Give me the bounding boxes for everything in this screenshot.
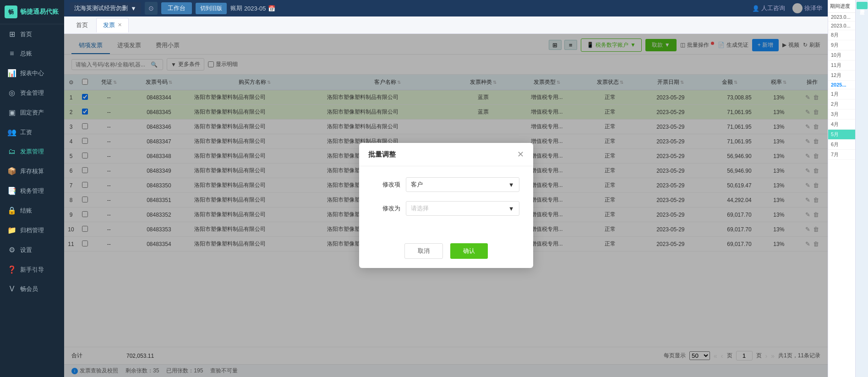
company-name: 沈海英测试经营勿删 xyxy=(74,4,128,12)
period-display: 账期 2023-05 📅 xyxy=(230,4,275,12)
sidebar-item-funds[interactable]: ◎ 资金管理 xyxy=(0,83,64,103)
switch-version-btn[interactable]: 切到旧版 xyxy=(196,3,227,14)
company-selector[interactable]: 沈海英测试经营勿删 ▼ xyxy=(70,2,141,14)
calendar-item-11m[interactable]: 11月 xyxy=(828,60,855,71)
sidebar-label-tax: 税务管理 xyxy=(20,187,44,195)
sidebar-item-settings[interactable]: ⚙ 设置 xyxy=(0,240,64,260)
support-icon: 👤 xyxy=(752,5,759,12)
sidebar-item-reports[interactable]: 📊 报表中心 xyxy=(0,63,64,83)
sidebar-label-payroll: 工资 xyxy=(20,128,32,137)
calendar-item-12m[interactable]: 12月 xyxy=(828,71,855,81)
user-avatar xyxy=(792,3,802,13)
tab-close-icon[interactable]: ✕ xyxy=(118,22,122,28)
calendar-item-4m[interactable]: 4月 xyxy=(828,120,855,130)
sidebar-label-close: 结账 xyxy=(20,207,32,215)
sidebar-label-member: 畅会员 xyxy=(20,285,38,293)
settings-icon: ⚙ xyxy=(7,246,16,254)
sidebar-label-assets: 固定资产 xyxy=(20,109,44,117)
modal-title: 批量调整 xyxy=(368,150,396,159)
sidebar-item-assets[interactable]: ▣ 固定资产 xyxy=(0,103,64,122)
close-period-icon: 🔒 xyxy=(7,206,16,215)
sidebar-label-home: 首页 xyxy=(20,30,32,38)
sidebar-item-guide[interactable]: ❓ 新手引导 xyxy=(0,260,64,279)
topbar-right: 👤 人工咨询 徐泽华 xyxy=(752,3,822,13)
sidebar-label-reports: 报表中心 xyxy=(20,69,44,77)
archive-icon: 📁 xyxy=(7,226,16,235)
sidebar-label-inventory: 库存核算 xyxy=(20,167,44,175)
calendar-item-7m[interactable]: 7月 xyxy=(828,150,855,160)
tab-home-label: 首页 xyxy=(76,21,88,29)
sidebar-item-archive[interactable]: 📁 归档管理 xyxy=(0,220,64,240)
sidebar-label-archive: 归档管理 xyxy=(20,226,44,235)
sidebar-item-payroll[interactable]: 👥 工资 xyxy=(0,122,64,142)
period-label: 账期 xyxy=(230,4,242,12)
calendar-item-5m[interactable]: 5月 xyxy=(828,130,855,140)
modal-value-label: 修改为 xyxy=(373,204,400,213)
sidebar-item-tax[interactable]: 📑 税务管理 xyxy=(0,181,64,201)
calendar-item-1[interactable]: 2023.0... xyxy=(828,22,855,30)
guide-icon: ❓ xyxy=(7,265,16,274)
calendar-header: 期间进度 xyxy=(828,0,855,13)
modal-field-label: 修改项 xyxy=(373,180,400,189)
period-icon: 📅 xyxy=(268,5,275,12)
batch-adjust-modal: 批量调整 ✕ 修改项 客户 ▼ 修改为 xyxy=(359,143,533,268)
ledger-icon: ≡ xyxy=(7,49,16,58)
modal-value-dropdown-icon: ▼ xyxy=(508,205,514,212)
tab-home[interactable]: 首页 xyxy=(70,18,94,32)
modal-value-select[interactable]: 请选择 ▼ xyxy=(406,201,519,216)
modal-value-placeholder: 请选择 xyxy=(411,204,429,213)
modal-field-row: 修改项 客户 ▼ xyxy=(373,177,519,192)
main-content: 沈海英测试经营勿删 ▼ ⊙ 工作台 切到旧版 账期 2023-05 📅 👤 人工… xyxy=(64,0,828,377)
calendar-panel: 期间进度 2023.0... 2023.0... 8月 9月 10月 11月 1… xyxy=(828,0,855,377)
inventory-icon: 📦 xyxy=(7,167,16,175)
reports-icon: 📊 xyxy=(7,69,16,77)
calendar-item-0[interactable]: 2023.0... xyxy=(828,13,855,22)
sidebar-item-invoices[interactable]: 🗂 发票管理 xyxy=(0,142,64,161)
calendar-item-1m[interactable]: 1月 xyxy=(828,89,855,99)
sidebar-item-home[interactable]: ⊞ 首页 xyxy=(0,24,64,44)
company-icon-btn[interactable]: ⊙ xyxy=(145,2,158,15)
modal-close-btn[interactable]: ✕ xyxy=(517,149,524,159)
sidebar-label-ledger: 总账 xyxy=(20,49,32,58)
home-icon: ⊞ xyxy=(7,30,16,38)
workstation-btn[interactable]: 工作台 xyxy=(161,2,192,14)
logo-icon: 畅 xyxy=(5,5,17,18)
sidebar-item-close[interactable]: 🔒 结账 xyxy=(0,201,64,220)
calendar-item-6m[interactable]: 6月 xyxy=(828,140,855,150)
calendar-item-9m[interactable]: 9月 xyxy=(828,40,855,50)
modal-footer: 取消 确认 xyxy=(359,236,533,268)
sidebar-label-settings: 设置 xyxy=(20,246,32,254)
tab-invoices[interactable]: 发票 ✕ xyxy=(96,18,129,33)
modal-body: 修改项 客户 ▼ 修改为 请选择 ▼ xyxy=(359,166,533,236)
modal-cancel-btn[interactable]: 取消 xyxy=(404,243,443,259)
kaipiao-progress-btn[interactable]: 开票进度 xyxy=(857,2,868,9)
sidebar-label-funds: 资金管理 xyxy=(20,89,44,97)
period-value: 2023-05 xyxy=(244,5,266,12)
calendar-item-2m[interactable]: 2月 xyxy=(828,99,855,109)
sidebar-label-invoices: 发票管理 xyxy=(20,148,44,156)
tab-bar: 首页 发票 ✕ xyxy=(64,16,828,34)
sidebar-item-member[interactable]: V 畅会员 xyxy=(0,279,64,299)
invoices-icon: 🗂 xyxy=(7,148,16,156)
modal-field-select[interactable]: 客户 ▼ xyxy=(406,177,519,192)
calendar-item-10m[interactable]: 10月 xyxy=(828,50,855,60)
modal-confirm-btn[interactable]: 确认 xyxy=(450,243,488,259)
calendar-item-2025[interactable]: 2025... xyxy=(828,81,855,89)
modal-field-dropdown-icon: ▼ xyxy=(508,181,514,188)
calendar-item-8m[interactable]: 8月 xyxy=(828,30,855,40)
support-btn[interactable]: 👤 人工咨询 xyxy=(752,4,785,12)
sidebar-label-guide: 新手引导 xyxy=(20,266,44,274)
company-dropdown-icon: ▼ xyxy=(131,5,136,12)
app-name: 畅捷通易代账 xyxy=(20,8,59,16)
sidebar-item-ledger[interactable]: ≡ 总账 xyxy=(0,44,64,63)
modal-value-row: 修改为 请选择 ▼ xyxy=(373,201,519,216)
sidebar-item-inventory[interactable]: 📦 库存核算 xyxy=(0,161,64,181)
user-btn[interactable]: 徐泽华 xyxy=(792,3,822,13)
support-label: 人工咨询 xyxy=(761,4,785,12)
calendar-item-3m[interactable]: 3月 xyxy=(828,109,855,120)
sidebar: 畅 畅捷通易代账 ⊞ 首页 ≡ 总账 📊 报表中心 ◎ 资金管理 ▣ 固定资产 … xyxy=(0,0,64,377)
right-panel: 开票进度 xyxy=(855,0,868,377)
user-name: 徐泽华 xyxy=(804,4,822,12)
content-area: 销项发票 进项发票 费用小票 ⊞ ≡ 📱 税务数字账户 ▼ 取款 ▼ xyxy=(64,34,828,377)
assets-icon: ▣ xyxy=(7,108,16,117)
